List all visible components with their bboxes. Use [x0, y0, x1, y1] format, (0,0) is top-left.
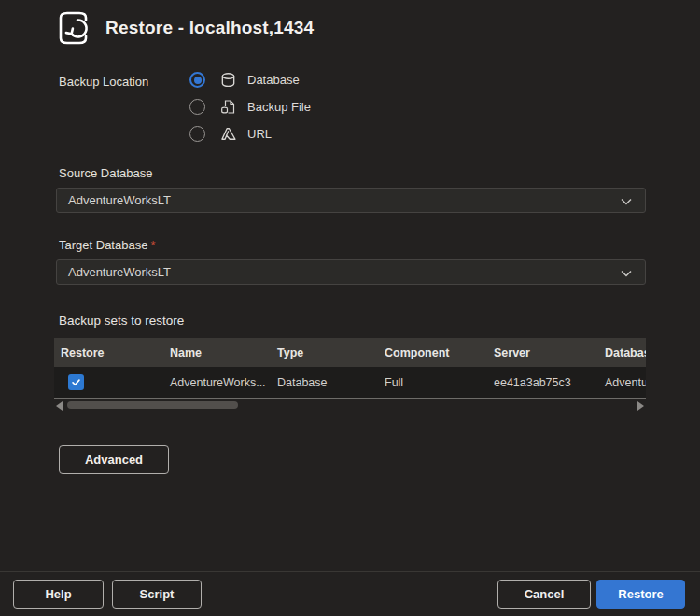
scroll-left-arrow-icon[interactable] — [56, 401, 63, 411]
database-cell: AdventureWorksLT — [598, 376, 646, 389]
dialog-header: Restore - localhost,1434 — [53, 7, 646, 49]
server-cell: ee41a3ab75c3 — [487, 376, 598, 389]
dialog-footer: Help Script Cancel Restore — [0, 571, 700, 616]
radio-option-label: URL — [247, 127, 272, 141]
type-cell: Database — [271, 376, 378, 389]
radio-option-label: Database — [247, 73, 300, 87]
radio-button[interactable] — [189, 99, 205, 115]
source-database-select[interactable]: AdventureWorksLT — [56, 188, 646, 213]
chevron-down-icon — [621, 192, 632, 209]
target-database-select[interactable]: AdventureWorksLT — [56, 259, 646, 285]
target-database-value: AdventureWorksLT — [68, 265, 171, 279]
script-button[interactable]: Script — [112, 580, 202, 609]
radio-option-label: Backup File — [247, 100, 311, 114]
database-icon — [219, 72, 236, 88]
restore-dialog: Restore - localhost,1434 Backup Location… — [0, 0, 646, 474]
backup-location-label: Backup Location — [59, 72, 189, 142]
radio-button[interactable] — [189, 126, 205, 142]
column-header-server: Server — [487, 346, 598, 359]
column-header-component: Component — [378, 346, 487, 359]
name-cell: AdventureWorks... — [163, 376, 271, 389]
cancel-button[interactable]: Cancel — [497, 580, 591, 609]
dialog-title: Restore - localhost,1434 — [105, 18, 314, 38]
restore-checkbox-checked[interactable] — [68, 374, 84, 390]
azure-icon — [219, 126, 236, 142]
help-button[interactable]: Help — [13, 580, 104, 609]
radio-option-database[interactable]: Database — [189, 72, 311, 88]
column-header-name: Name — [163, 346, 271, 359]
backup-sets-table: Restore Name Type Component Server Datab… — [54, 338, 646, 412]
table-row[interactable]: AdventureWorks... Database Full ee41a3ab… — [54, 367, 646, 399]
restore-database-icon — [53, 7, 94, 49]
horizontal-scrollbar[interactable] — [54, 399, 646, 412]
scrollbar-thumb[interactable] — [67, 401, 238, 409]
backup-file-icon — [219, 99, 236, 115]
target-database-label: Target Database* — [59, 238, 646, 252]
restore-button[interactable]: Restore — [596, 580, 685, 609]
column-header-restore: Restore — [54, 346, 163, 359]
component-cell: Full — [378, 376, 487, 389]
radio-button-selected[interactable] — [189, 72, 205, 88]
column-header-database: Database — [598, 346, 646, 359]
source-database-label: Source Database — [59, 166, 646, 180]
source-database-value: AdventureWorksLT — [68, 193, 171, 207]
radio-option-backup-file[interactable]: Backup File — [189, 99, 311, 115]
scroll-right-arrow-icon[interactable] — [637, 401, 644, 411]
table-header-row: Restore Name Type Component Server Datab… — [54, 338, 646, 367]
chevron-down-icon — [621, 264, 632, 281]
backup-sets-label: Backup sets to restore — [59, 314, 646, 328]
restore-cell — [54, 374, 163, 390]
backup-location-radio-group: Database Backup File — [189, 72, 311, 142]
required-marker: * — [150, 238, 155, 252]
column-header-type: Type — [271, 346, 378, 359]
radio-option-url[interactable]: URL — [189, 126, 311, 142]
advanced-button[interactable]: Advanced — [59, 445, 169, 474]
